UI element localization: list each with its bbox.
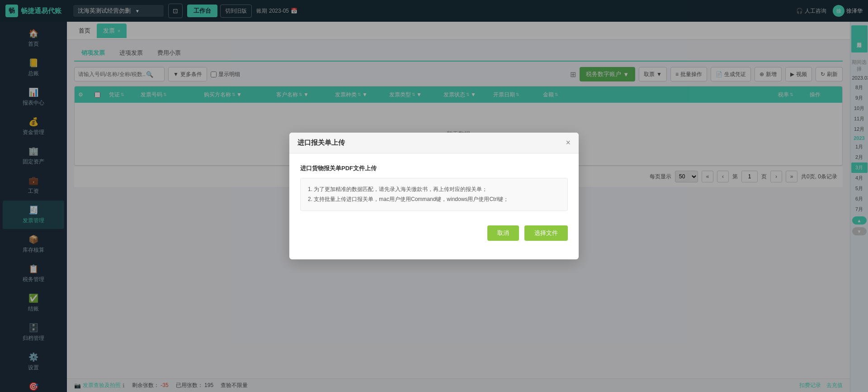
modal-close-button[interactable]: × (566, 138, 571, 148)
modal-select-file-button[interactable]: 选择文件 (524, 225, 568, 241)
modal-info-item-1: 1. 为了更加精准的数据匹配，请先录入海关缴款书，再上传对应的报关单； (308, 185, 560, 195)
modal-header: 进口报关单上传 × (289, 133, 579, 153)
modal-overlay: 进口报关单上传 × 进口货物报关单PDF文件上传 1. 为了更加精准的数据匹配，… (0, 0, 868, 392)
modal-info-item-2: 2. 支持批量上传进口报关单，mac用户使用Command键，windows用户… (308, 195, 560, 205)
modal-info-box: 1. 为了更加精准的数据匹配，请先录入海关缴款书，再上传对应的报关单； 2. 支… (300, 178, 568, 211)
modal-footer: 取消 选择文件 (289, 218, 579, 248)
modal-cancel-button[interactable]: 取消 (487, 225, 519, 241)
import-customs-modal: 进口报关单上传 × 进口货物报关单PDF文件上传 1. 为了更加精准的数据匹配，… (289, 133, 579, 259)
modal-body: 进口货物报关单PDF文件上传 1. 为了更加精准的数据匹配，请先录入海关缴款书，… (289, 153, 579, 218)
modal-title: 进口报关单上传 (297, 139, 345, 147)
modal-section-title: 进口货物报关单PDF文件上传 (300, 164, 568, 172)
